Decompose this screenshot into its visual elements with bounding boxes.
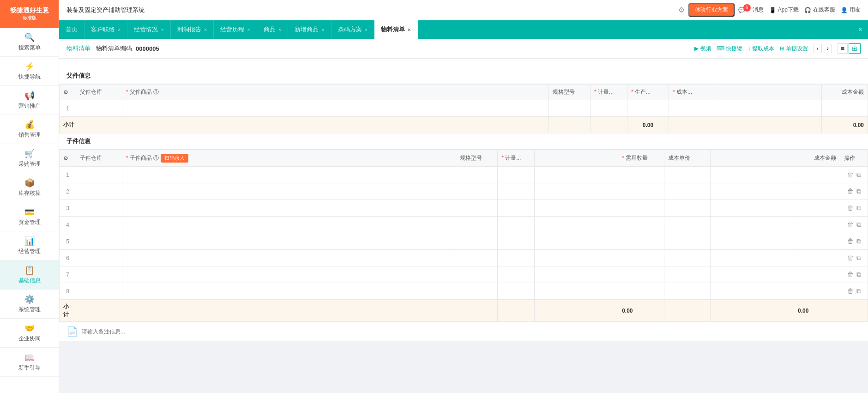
delete-icon[interactable]: 🗑: [847, 287, 854, 295]
copy-icon[interactable]: ⧉: [856, 237, 861, 245]
child-row-1-product[interactable]: [122, 167, 456, 183]
parent-row-1-cost[interactable]: [669, 100, 715, 117]
delete-icon[interactable]: 🗑: [847, 221, 854, 229]
sidebar-item-system[interactable]: ⚙️ 系统管理: [0, 290, 59, 319]
child-row-2-product[interactable]: [122, 183, 456, 200]
child-row-3-unit[interactable]: [498, 200, 535, 217]
settings-icon[interactable]: ⚙: [678, 6, 685, 14]
child-row-5-unit-price[interactable]: [664, 233, 711, 250]
sidebar-item-basic[interactable]: 📋 基础信息: [0, 260, 59, 290]
sidebar-item-guide[interactable]: 📖 新手引导: [0, 348, 59, 377]
tab-home[interactable]: 首页: [59, 20, 84, 39]
child-row-2-unit-price[interactable]: [664, 183, 711, 200]
scan-button[interactable]: 扫码录入: [161, 154, 188, 163]
child-row-4-unit-price[interactable]: [664, 217, 711, 233]
parent-row-1-product[interactable]: [122, 100, 549, 117]
child-row-1-spec[interactable]: [456, 167, 498, 183]
child-row-6-warehouse[interactable]: [76, 250, 122, 266]
next-page-button[interactable]: ›: [824, 44, 832, 53]
app-download-action[interactable]: 📱 App下载: [769, 6, 799, 14]
child-row-5-product[interactable]: [122, 233, 456, 250]
shortcut-action[interactable]: ⌨ 快捷键: [717, 45, 742, 53]
child-row-3-warehouse[interactable]: [76, 200, 122, 217]
child-row-1-warehouse[interactable]: [76, 167, 122, 183]
child-row-3-spec[interactable]: [456, 200, 498, 217]
child-row-7-unit[interactable]: [498, 266, 535, 283]
child-row-1-unit[interactable]: [498, 167, 535, 183]
child-row-4-warehouse[interactable]: [76, 217, 122, 233]
sidebar-item-search[interactable]: 🔍 搜索菜单: [0, 28, 59, 57]
child-row-2-qty[interactable]: [618, 183, 664, 200]
child-row-5-spec[interactable]: [456, 233, 498, 250]
copy-icon[interactable]: ⧉: [856, 204, 861, 212]
parent-col-gear[interactable]: ⚙: [60, 85, 76, 100]
child-row-2-spec[interactable]: [456, 183, 498, 200]
child-row-3-unit-price[interactable]: [664, 200, 711, 217]
child-row-7-unit-price[interactable]: [664, 266, 711, 283]
child-row-8-product[interactable]: [122, 283, 456, 300]
user-action[interactable]: 👤 用友: [841, 6, 861, 14]
child-row-2-warehouse[interactable]: [76, 183, 122, 200]
child-row-6-spec[interactable]: [456, 250, 498, 266]
sidebar-item-purchase[interactable]: 🛒 采购管理: [0, 144, 59, 173]
copy-icon[interactable]: ⧉: [856, 187, 861, 195]
child-row-8-unit[interactable]: [498, 283, 535, 300]
tab-bom-close[interactable]: ×: [408, 27, 410, 32]
child-row-4-qty[interactable]: [618, 217, 664, 233]
tab-add-product-close[interactable]: ×: [321, 27, 324, 32]
tab-add-product[interactable]: 新增商品 ×: [288, 20, 331, 39]
delete-icon[interactable]: 🗑: [847, 254, 854, 262]
trial-button[interactable]: 体验行业方案: [688, 3, 735, 17]
sidebar-item-marketing[interactable]: 📢 营销推广: [0, 86, 59, 115]
prev-page-button[interactable]: ‹: [814, 44, 822, 53]
child-row-4-spec[interactable]: [456, 217, 498, 233]
online-service-action[interactable]: 🎧 在线客服: [804, 6, 835, 14]
tab-operation-history-close[interactable]: ×: [247, 27, 250, 32]
grid-view-button[interactable]: ⊞: [849, 43, 861, 54]
sidebar-item-sales[interactable]: 💰 销售管理: [0, 115, 59, 144]
sidebar-item-finance[interactable]: 💳 资金管理: [0, 202, 59, 231]
child-row-6-unit[interactable]: [498, 250, 535, 266]
tab-bom[interactable]: 物料清单 ×: [374, 20, 417, 39]
child-row-7-spec[interactable]: [456, 266, 498, 283]
tab-profit-report[interactable]: 利润报告 ×: [171, 20, 214, 39]
child-row-3-product[interactable]: [122, 200, 456, 217]
close-all-tabs[interactable]: ×: [853, 25, 868, 34]
tab-operation-history[interactable]: 经营历程 ×: [214, 20, 257, 39]
child-row-4-unit[interactable]: [498, 217, 535, 233]
child-row-6-qty[interactable]: [618, 250, 664, 266]
child-row-1-unit-price[interactable]: [664, 167, 711, 183]
child-row-7-qty[interactable]: [618, 266, 664, 283]
list-view-button[interactable]: ≡: [838, 43, 848, 54]
delete-icon[interactable]: 🗑: [847, 171, 854, 179]
sidebar-item-enterprise[interactable]: 🤝 企业协同: [0, 319, 59, 348]
child-row-5-unit[interactable]: [498, 233, 535, 250]
delete-icon[interactable]: 🗑: [847, 271, 854, 278]
tab-customer[interactable]: 客户联络 ×: [84, 20, 127, 39]
single-settings-action[interactable]: ⊞ 单据设置: [780, 45, 808, 53]
child-row-6-product[interactable]: [122, 250, 456, 266]
child-row-4-product[interactable]: [122, 217, 456, 233]
remark-input[interactable]: [82, 328, 861, 335]
copy-icon[interactable]: ⧉: [856, 254, 861, 262]
child-row-1-qty[interactable]: [618, 167, 664, 183]
view-action[interactable]: ▶ 视频: [694, 45, 711, 53]
sidebar-item-quick-nav[interactable]: ⚡ 快捷导航: [0, 57, 59, 86]
child-row-8-unit-price[interactable]: [664, 283, 711, 300]
delete-icon[interactable]: 🗑: [847, 187, 854, 195]
tab-operation-status-close[interactable]: ×: [161, 27, 163, 32]
child-row-3-qty[interactable]: [618, 200, 664, 217]
sidebar-item-operation[interactable]: 📊 经营管理: [0, 231, 59, 260]
copy-icon[interactable]: ⧉: [856, 221, 861, 229]
copy-icon[interactable]: ⧉: [856, 171, 861, 179]
tab-profit-report-close[interactable]: ×: [204, 27, 207, 32]
tab-products[interactable]: 商品 ×: [257, 20, 288, 39]
breadcrumb[interactable]: 物料清单: [66, 44, 90, 53]
delete-icon[interactable]: 🗑: [847, 204, 854, 212]
delete-icon[interactable]: 🗑: [847, 237, 854, 245]
tab-customer-close[interactable]: ×: [118, 27, 121, 32]
child-row-7-product[interactable]: [122, 266, 456, 283]
child-row-5-qty[interactable]: [618, 233, 664, 250]
parent-row-1-unit[interactable]: [591, 100, 627, 117]
child-row-2-unit[interactable]: [498, 183, 535, 200]
